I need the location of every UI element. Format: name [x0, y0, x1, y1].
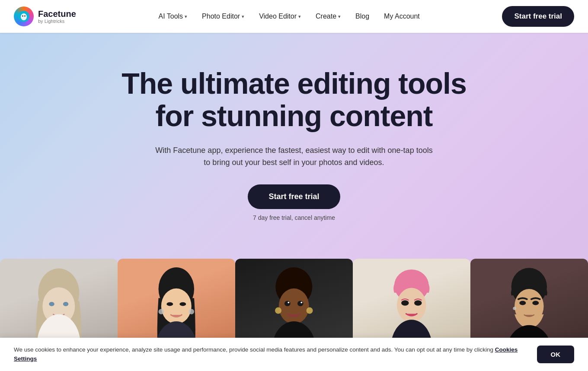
chevron-down-icon: ▾: [242, 14, 244, 19]
svg-point-25: [275, 308, 281, 314]
svg-point-1: [21, 13, 27, 20]
svg-point-29: [397, 288, 426, 323]
cookie-banner: We use cookies to enhance your experienc…: [0, 338, 588, 371]
nav-item-photo-editor[interactable]: Photo Editor ▾: [196, 9, 250, 24]
nav-start-trial-button[interactable]: Start free trial: [502, 6, 574, 27]
svg-point-23: [301, 301, 303, 303]
nav-label-my-account: My Account: [384, 13, 420, 20]
cookie-text: We use cookies to enhance your experienc…: [14, 346, 527, 363]
brand-name: Facetune: [38, 9, 76, 19]
nav-label-create: Create: [316, 13, 336, 20]
chevron-down-icon: ▾: [338, 14, 341, 19]
nav-item-blog[interactable]: Blog: [349, 9, 375, 24]
svg-point-2: [22, 16, 23, 17]
svg-point-36: [520, 301, 526, 305]
nav-item-create[interactable]: Create ▾: [310, 9, 347, 24]
navbar: Facetune by Lightricks AI Tools ▾ Photo …: [0, 0, 588, 33]
hero-title: The ultimate editing tools for stunning …: [121, 67, 467, 132]
svg-point-30: [401, 300, 409, 306]
logo[interactable]: Facetune by Lightricks: [14, 6, 76, 26]
chevron-down-icon: ▾: [185, 14, 187, 19]
brand-subtitle: by Lightricks: [38, 19, 76, 24]
svg-point-17: [189, 309, 195, 314]
svg-point-40: [513, 307, 517, 310]
nav-label-blog: Blog: [355, 13, 369, 20]
svg-point-20: [284, 301, 291, 307]
svg-point-21: [297, 301, 304, 307]
svg-point-7: [63, 302, 69, 306]
svg-point-19: [279, 289, 309, 324]
hero-trial-note: 7 day free trial, cancel anytime: [253, 214, 335, 221]
hero-start-trial-button[interactable]: Start free trial: [248, 184, 340, 209]
hero-subtitle: With Facetune app, experience the fastes…: [151, 144, 437, 169]
svg-point-37: [533, 301, 539, 305]
nav-links: AI Tools ▾ Photo Editor ▾ Video Editor ▾…: [152, 9, 425, 24]
svg-point-13: [180, 302, 186, 306]
svg-point-16: [159, 309, 164, 314]
nav-label-photo-editor: Photo Editor: [202, 13, 240, 20]
nav-item-ai-tools[interactable]: AI Tools ▾: [152, 9, 193, 24]
nav-label-ai-tools: AI Tools: [158, 13, 183, 20]
nav-label-video-editor: Video Editor: [259, 13, 297, 20]
nav-item-my-account[interactable]: My Account: [378, 9, 426, 24]
svg-point-31: [414, 300, 422, 306]
svg-point-11: [161, 289, 192, 324]
nav-item-video-editor[interactable]: Video Editor ▾: [253, 9, 307, 24]
svg-point-3: [24, 16, 26, 17]
hero-section: The ultimate editing tools for stunning …: [0, 33, 588, 371]
svg-point-26: [307, 308, 313, 314]
cookie-ok-button[interactable]: OK: [537, 346, 575, 363]
logo-icon: [14, 6, 34, 26]
svg-point-12: [167, 302, 173, 306]
svg-point-22: [288, 301, 290, 303]
chevron-down-icon: ▾: [298, 14, 301, 19]
svg-point-6: [49, 302, 55, 306]
